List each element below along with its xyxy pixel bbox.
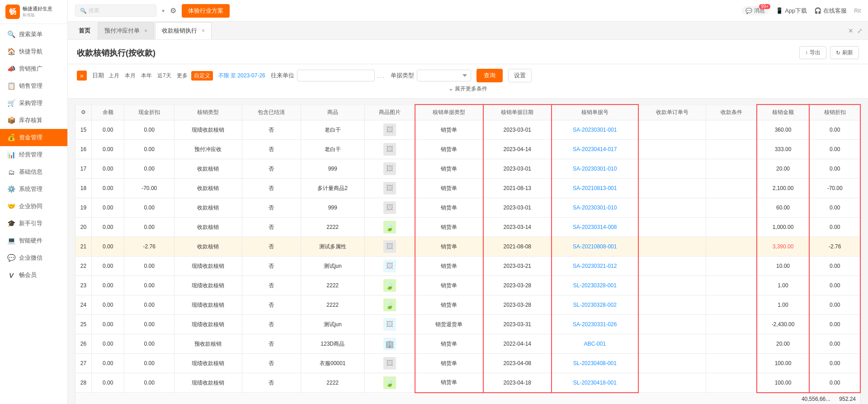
verify-bill-no-link[interactable]: SL-20230418-001 <box>573 380 617 386</box>
topbar-search-placeholder: 搜索 <box>89 7 99 14</box>
trial-btn[interactable]: 体验行业方案 <box>182 4 230 18</box>
topbar-right: 💬 消息 99+ 📱 App下载 🎧 在线客服 Rit <box>742 6 861 15</box>
date-btn-this-month[interactable]: 本月 <box>123 71 137 81</box>
cell-cash-discount: 0.00 <box>124 257 175 276</box>
cell-verify-type: 现绩收款核销 <box>175 315 242 334</box>
tab-collection-close-icon[interactable]: × <box>202 28 205 34</box>
date-btns: 上月 本月 本年 近7天 更多 自定义 <box>107 71 213 81</box>
verify-bill-no-link[interactable]: SA-20230321-012 <box>573 263 617 269</box>
verify-bill-no-link[interactable]: SA-20230301-010 <box>573 166 617 172</box>
sidebar-item-marketing[interactable]: 📣 营销推广 <box>0 60 67 77</box>
export-btn[interactable]: ↑ 导出 <box>799 46 826 59</box>
cell-verify-bill-no[interactable]: SA-20230414-017 <box>552 140 638 159</box>
settings-icon[interactable]: ⚙ <box>81 109 86 115</box>
verify-bill-no-link[interactable]: SA-20230314-008 <box>573 224 617 230</box>
filter-settings-btn[interactable]: 设置 <box>508 69 532 82</box>
cell-goods: 测试jun <box>301 315 364 334</box>
cell-verify-bill-no[interactable]: SL-20230328-002 <box>552 295 638 315</box>
topbar-search-box[interactable]: 🔍 搜索 <box>75 5 156 17</box>
cell-collection-order-no <box>638 218 706 237</box>
cell-verify-discount: 0.00 <box>809 334 860 354</box>
sidebar-item-enterprise[interactable]: 🤝 企业协同 <box>0 198 67 215</box>
date-btn-7days[interactable]: 近7天 <box>156 71 173 81</box>
cell-verify-bill-date: 2023-03-28 <box>483 276 552 295</box>
cell-collection-order-no <box>638 120 706 140</box>
filter-expand-btn[interactable]: » <box>77 71 87 81</box>
cell-verify-bill-no[interactable]: ABC-001 <box>552 334 638 354</box>
cell-include-settled: 否 <box>242 257 301 276</box>
sidebar-item-search[interactable]: 🔍 搜索菜单 <box>0 26 67 43</box>
expand-more-bar[interactable]: ⌄ 展开更多条件 <box>77 82 859 94</box>
col-balance-header: 余额 <box>92 105 124 120</box>
sidebar-item-guide[interactable]: 🎓 新手引导 <box>0 215 67 232</box>
cell-goods-image: 🖼 <box>364 354 415 373</box>
sidebar-item-capital[interactable]: 💰 资金管理 <box>0 129 67 146</box>
sidebar-item-quick-nav[interactable]: 🏠 快捷导航 <box>0 43 67 60</box>
cell-verify-amount: 10.00 <box>757 257 810 276</box>
cell-goods: 999 <box>301 198 364 218</box>
verify-bill-no-link[interactable]: SL-20230328-002 <box>573 302 617 308</box>
cell-goods-image: 🖼 <box>364 237 415 257</box>
sidebar-item-hardware[interactable]: 💻 智能硬件 <box>0 232 67 249</box>
date-btn-last-month[interactable]: 上月 <box>107 71 121 81</box>
topbar-gear-icon[interactable]: ⚙ <box>170 6 176 15</box>
cell-verify-bill-no[interactable]: SA-20210813-001 <box>552 179 638 198</box>
verify-bill-no-link[interactable]: ABC-001 <box>584 341 606 347</box>
verify-bill-no-link[interactable]: SL-20230328-001 <box>573 282 617 289</box>
tab-prepay[interactable]: 预付冲应付单 × <box>98 22 154 39</box>
col-settings-header[interactable]: ⚙ <box>75 105 92 120</box>
sidebar-item-operations[interactable]: 📊 经营管理 <box>0 146 67 163</box>
filter-dots: ... <box>377 72 385 79</box>
tab-home[interactable]: 首页 <box>71 22 98 39</box>
sidebar-item-member[interactable]: V 畅会员 <box>0 266 67 284</box>
verify-bill-no-link[interactable]: SA-20210808-001 <box>573 243 617 250</box>
col-verify-bill-no-header: 核销单据号 <box>552 105 638 120</box>
verify-bill-no-link[interactable]: SA-20230414-017 <box>573 146 617 152</box>
date-btn-more[interactable]: 更多 <box>175 71 189 81</box>
verify-bill-no-link[interactable]: SA-20230331-026 <box>573 321 617 328</box>
cell-balance: 0.00 <box>92 257 124 276</box>
cell-goods-image: 🖼 <box>364 140 415 159</box>
tab-collection[interactable]: 收款核销执行 × <box>155 22 212 39</box>
cell-verify-bill-no[interactable]: SL-20230418-001 <box>552 373 638 393</box>
sidebar-item-sales[interactable]: 📋 销售管理 <box>0 77 67 95</box>
sidebar-item-basic-info[interactable]: 🗂 基础信息 <box>0 163 67 181</box>
verify-bill-no-link[interactable]: SA-20230301-010 <box>573 204 617 211</box>
cell-verify-bill-no[interactable]: SA-20230321-012 <box>552 257 638 276</box>
cell-verify-bill-no[interactable]: SL-20230328-001 <box>552 276 638 295</box>
cell-verify-bill-no[interactable]: SA-20210808-001 <box>552 237 638 257</box>
verify-bill-no-link[interactable]: SL-20230408-001 <box>573 360 617 366</box>
online-service-btn[interactable]: 🎧 在线客服 <box>814 7 847 15</box>
voucher-type-select[interactable] <box>417 70 471 81</box>
sidebar-item-label: 采购管理 <box>19 99 42 107</box>
close-window-icon[interactable]: ✕ <box>848 27 854 34</box>
verify-bill-no-link[interactable]: SA-20210813-001 <box>573 185 617 191</box>
cell-verify-bill-no[interactable]: SL-20230408-001 <box>552 354 638 373</box>
query-btn[interactable]: 查询 <box>476 69 503 82</box>
cell-goods: 多计量商品2 <box>301 179 364 198</box>
cell-verify-bill-no[interactable]: SA-20230314-008 <box>552 218 638 237</box>
cell-include-settled: 否 <box>242 237 301 257</box>
tab-prepay-close-icon[interactable]: × <box>144 28 147 34</box>
verify-bill-no-link[interactable]: SA-20230301-001 <box>573 127 617 133</box>
cell-collection-condition <box>706 218 757 237</box>
footer-verify-amount-value: 40,556,66... <box>802 396 830 402</box>
sidebar-item-inventory[interactable]: 📦 库存核算 <box>0 112 67 129</box>
date-btn-this-year[interactable]: 本年 <box>139 71 154 81</box>
purchase-icon: 🛒 <box>7 99 15 107</box>
table-row: 20 0.00 0.00 收款核销 否 2222 🍃 销货单 2023-03-1… <box>75 218 861 237</box>
app-download-btn[interactable]: 📱 App下载 <box>776 7 807 15</box>
cell-verify-bill-no[interactable]: SA-20230301-010 <box>552 198 638 218</box>
sidebar-item-system[interactable]: ⚙️ 系统管理 <box>0 181 67 198</box>
sidebar-item-wechat[interactable]: 💬 企业微信 <box>0 249 67 266</box>
counterpart-input[interactable] <box>297 70 375 81</box>
notification-btn[interactable]: 💬 消息 99+ <box>742 6 769 15</box>
cell-verify-bill-no[interactable]: SA-20230301-001 <box>552 120 638 140</box>
sidebar-item-purchase[interactable]: 🛒 采购管理 <box>0 95 67 112</box>
cell-cash-discount: 0.00 <box>124 354 175 373</box>
refresh-btn[interactable]: ↻ 刷新 <box>830 46 859 59</box>
expand-window-icon[interactable]: ⤢ <box>857 27 863 34</box>
cell-verify-bill-no[interactable]: SA-20230301-010 <box>552 159 638 179</box>
date-btn-custom[interactable]: 自定义 <box>191 71 213 81</box>
cell-verify-bill-no[interactable]: SA-20230331-026 <box>552 315 638 334</box>
